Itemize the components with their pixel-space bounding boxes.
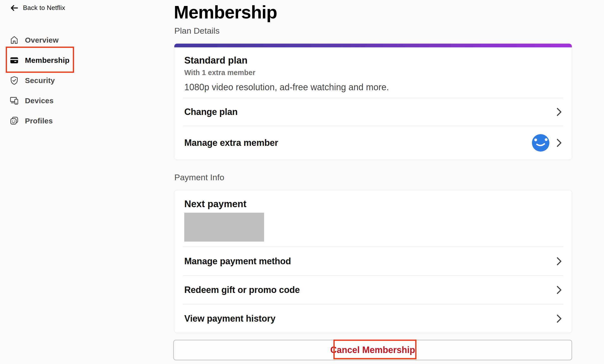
card-icon — [9, 55, 19, 65]
chevron-right-icon — [556, 285, 562, 295]
membership-settings-page: Back to Netflix Overview Membership — [0, 0, 604, 364]
sidebar-item-devices[interactable]: Devices — [0, 91, 155, 111]
next-payment-heading: Next payment — [184, 198, 562, 210]
back-to-netflix-link[interactable]: Back to Netflix — [10, 4, 65, 12]
plan-name: Standard plan — [184, 55, 562, 66]
next-payment-block: Next payment — [174, 190, 572, 247]
plan-details-section-label: Plan Details — [174, 26, 219, 36]
chevron-right-icon — [556, 256, 562, 267]
view-payment-history-label: View payment history — [184, 313, 275, 324]
manage-extra-member-row[interactable]: Manage extra member — [174, 126, 572, 160]
chevron-right-icon — [556, 138, 562, 148]
sidebar-item-overview[interactable]: Overview — [0, 30, 155, 50]
payment-info-section-label: Payment Info — [174, 173, 224, 182]
manage-extra-member-label: Manage extra member — [184, 138, 278, 148]
cancel-membership-label: Cancel Membership — [330, 345, 415, 355]
sidebar-item-membership[interactable]: Membership — [0, 50, 155, 70]
manage-payment-method-label: Manage payment method — [184, 256, 291, 267]
plan-description: 1080p video resolution, ad-free watching… — [184, 82, 562, 93]
sidebar-item-label: Profiles — [25, 117, 53, 125]
change-plan-label: Change plan — [184, 107, 238, 117]
back-link-label: Back to Netflix — [23, 4, 65, 12]
chevron-right-icon — [556, 107, 562, 117]
extra-member-avatar — [532, 134, 549, 152]
plan-details-card: Standard plan With 1 extra member 1080p … — [174, 43, 572, 160]
arrow-left-icon — [10, 4, 18, 11]
redacted-payment-details — [184, 213, 264, 242]
sidebar-nav: Overview Membership Security — [0, 30, 155, 131]
devices-icon — [9, 96, 19, 106]
sidebar-item-label: Devices — [25, 96, 54, 105]
home-icon — [9, 35, 19, 45]
manage-payment-method-row[interactable]: Manage payment method — [174, 247, 572, 275]
page-title: Membership — [174, 2, 277, 22]
sidebar-item-label: Membership — [25, 56, 70, 65]
redeem-gift-row[interactable]: Redeem gift or promo code — [174, 276, 572, 304]
shield-icon — [9, 76, 19, 86]
sidebar-item-label: Security — [25, 76, 55, 85]
plan-extra-member: With 1 extra member — [184, 68, 562, 77]
profiles-icon — [9, 116, 19, 126]
view-payment-history-row[interactable]: View payment history — [174, 304, 572, 333]
plan-gradient-bar — [174, 44, 572, 47]
redeem-gift-label: Redeem gift or promo code — [184, 285, 300, 295]
sidebar-item-security[interactable]: Security — [0, 70, 155, 91]
chevron-right-icon — [556, 313, 562, 324]
payment-info-card: Next payment Manage payment method Redee… — [174, 190, 572, 333]
cancel-membership-button[interactable]: Cancel Membership — [173, 340, 572, 360]
sidebar-item-label: Overview — [25, 36, 59, 44]
plan-summary: Standard plan With 1 extra member 1080p … — [174, 47, 572, 98]
change-plan-row[interactable]: Change plan — [174, 98, 572, 126]
sidebar-item-profiles[interactable]: Profiles — [0, 111, 155, 131]
